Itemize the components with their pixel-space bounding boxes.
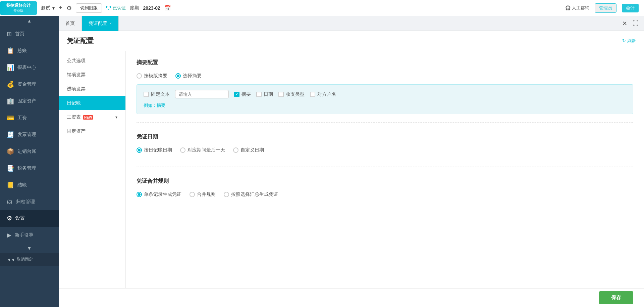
radio-journal-date[interactable]: 按日记账日期	[137, 147, 172, 153]
radio-last-day[interactable]: 对应期间最后一天	[180, 147, 225, 153]
checkbox-date[interactable]: 日期	[256, 91, 273, 97]
right-content: 摘要配置 按模版摘要 选择摘要	[126, 51, 644, 288]
cancel-pin-button[interactable]: ◄◄ 取消固定	[0, 253, 59, 266]
date-checkbox	[256, 92, 262, 97]
fund-icon: 💰	[7, 81, 14, 88]
radio-custom-date[interactable]: 自定义日期	[233, 147, 264, 153]
sidebar-scroll-down[interactable]: ▼	[0, 244, 59, 253]
section-voucher-date: 凭证日期 按日记账日期 对应期间最后一天	[137, 133, 633, 167]
nav-arrow-icon: ▾	[115, 115, 117, 120]
radio-merge-rule[interactable]: 合并规则	[190, 191, 216, 198]
radio-select-summary[interactable]: 选择摘要	[175, 73, 202, 79]
radio-summary-generate[interactable]: 按照选择汇总生成凭证	[224, 191, 278, 198]
section-voucher-merge: 凭证合并规则 单条记录生成凭证 合并规则	[137, 178, 633, 211]
checkbox-income-type[interactable]: 收支类型	[278, 91, 305, 97]
journal-date-circle	[137, 147, 142, 153]
tab-close-icon[interactable]: ×	[109, 21, 112, 26]
sidebar-item-tutorial[interactable]: ▶ 新手引导	[0, 227, 59, 244]
fixed-text-checkbox	[144, 92, 149, 97]
topbar-actions: + ⚙ 切到旧版 🛡 已认证 账期 2023-02 📅	[59, 3, 171, 13]
refresh-icon: ↻	[622, 38, 626, 43]
accountant-button[interactable]: 会计	[622, 4, 639, 12]
period-value: 2023-02	[143, 5, 160, 11]
refresh-button[interactable]: ↻ 刷新	[622, 38, 636, 44]
tab-bar-right: ✕ ⛶	[621, 18, 644, 29]
section-summary-config: 摘要配置 按模版摘要 选择摘要	[137, 59, 633, 123]
tab-home[interactable]: 首页	[59, 16, 82, 31]
save-button[interactable]: 保存	[599, 291, 633, 304]
app-logo: 畅捷通好会计 专业版	[0, 1, 37, 15]
sidebar-item-settings[interactable]: ⚙ 设置	[0, 210, 59, 227]
income-type-checkbox	[278, 92, 284, 97]
settings-icon[interactable]: ⚙	[66, 4, 72, 12]
summary-config-box: 固定文本 ✓ 摘要 日期	[137, 84, 633, 114]
invoice-icon: 🧾	[7, 131, 14, 138]
sidebar-item-purchase-sales[interactable]: 📦 进销台账	[0, 143, 59, 160]
radio-template-circle	[137, 73, 142, 79]
period-label: 账期	[130, 5, 139, 11]
summary-radio-group: 按模版摘要 选择摘要	[137, 73, 633, 79]
add-icon[interactable]: +	[59, 4, 62, 11]
assets-icon: 🏢	[7, 97, 14, 105]
single-record-circle	[137, 192, 142, 197]
closing-icon: 📒	[7, 181, 14, 189]
radio-select-circle	[175, 73, 181, 79]
left-nav-journal[interactable]: 日记账	[59, 96, 125, 110]
tax-icon: 📑	[7, 165, 14, 172]
voucher-merge-title: 凭证合并规则	[137, 178, 633, 185]
tab-fullscreen-button[interactable]: ⛶	[631, 18, 640, 28]
custom-date-circle	[233, 147, 238, 153]
consult-link[interactable]: 🎧 人工咨询	[565, 5, 589, 11]
left-nav-sales-invoice[interactable]: 销项发票	[59, 68, 125, 82]
sidebar-item-fund[interactable]: 💰 资金管理	[0, 76, 59, 93]
calendar-icon[interactable]: 📅	[164, 5, 171, 11]
purchase-icon: 📦	[7, 148, 14, 155]
left-nav-payroll[interactable]: 工资表 NEW ▾	[59, 110, 125, 124]
page-title: 凭证配置	[67, 36, 94, 45]
topbar: 畅捷通好会计 专业版 测试 ▾ + ⚙ 切到旧版 🛡 已认证 账期 2023-0…	[0, 0, 644, 16]
radio-template-summary[interactable]: 按模版摘要	[137, 73, 167, 79]
switch-version-button[interactable]: 切到旧版	[76, 3, 102, 13]
tutorial-icon: ▶	[7, 231, 11, 239]
sidebar-scroll-up[interactable]: ▲	[0, 16, 59, 26]
new-badge: NEW	[83, 115, 93, 120]
summary-checkbox: ✓	[234, 92, 239, 97]
sidebar-item-salary[interactable]: 💳 工资	[0, 109, 59, 126]
ledger-icon: 📋	[7, 47, 14, 54]
counterpart-checkbox	[310, 92, 315, 97]
shield-icon: 🛡	[106, 5, 111, 11]
salary-icon: 💳	[7, 114, 14, 122]
sidebar-item-archive[interactable]: 🗂 归档管理	[0, 193, 59, 210]
sidebar-item-closing[interactable]: 📒 结账	[0, 177, 59, 193]
sidebar-item-ledger[interactable]: 📋 总账	[0, 42, 59, 59]
left-nav-fixed-assets[interactable]: 固定资产	[59, 124, 125, 138]
voucher-merge-radio-group: 单条记录生成凭证 合并规则 按照选择汇总生成凭证	[137, 191, 633, 198]
project-name: 测试	[41, 5, 50, 11]
checkbox-fixed-text[interactable]: 固定文本	[144, 91, 170, 97]
save-footer: 保存	[59, 288, 644, 307]
tab-close-button[interactable]: ✕	[621, 18, 629, 29]
checkbox-counterpart[interactable]: 对方户名	[310, 91, 336, 97]
voucher-date-title: 凭证日期	[137, 133, 633, 140]
example-line: 例如：摘要	[144, 102, 626, 108]
left-nav-purchase-invoice[interactable]: 进项发票	[59, 82, 125, 96]
chevron-down-icon: ▾	[52, 5, 55, 11]
sidebar: ▲ ⊞ 首页 📋 总账 📊 报表中心 💰 资金管理 🏢 固定资产 💳 工资 🧾 …	[0, 16, 59, 307]
home-icon: ⊞	[7, 30, 12, 38]
sidebar-item-home[interactable]: ⊞ 首页	[0, 26, 59, 42]
summary-generate-circle	[224, 192, 229, 197]
topbar-right: 🎧 人工咨询 管理员 会计	[565, 3, 639, 13]
radio-single-record[interactable]: 单条记录生成凭证	[137, 191, 181, 198]
manager-button[interactable]: 管理员	[595, 3, 616, 13]
left-nav-public[interactable]: 公共选项	[59, 54, 125, 68]
tab-voucher-config[interactable]: 凭证配置 ×	[82, 16, 119, 31]
checkbox-summary[interactable]: ✓ 摘要	[234, 91, 251, 97]
sidebar-item-assets[interactable]: 🏢 固定资产	[0, 93, 59, 109]
sidebar-item-invoice[interactable]: 🧾 发票管理	[0, 126, 59, 143]
sidebar-item-reports[interactable]: 📊 报表中心	[0, 59, 59, 76]
project-selector[interactable]: 测试 ▾	[41, 5, 55, 11]
sidebar-item-tax[interactable]: 📑 税务管理	[0, 160, 59, 177]
fixed-text-input[interactable]	[175, 90, 229, 98]
page-content: 凭证配置 ↻ 刷新 公共选项 销项发票 进项发票	[59, 31, 644, 307]
certified-badge: 🛡 已认证	[106, 5, 126, 11]
